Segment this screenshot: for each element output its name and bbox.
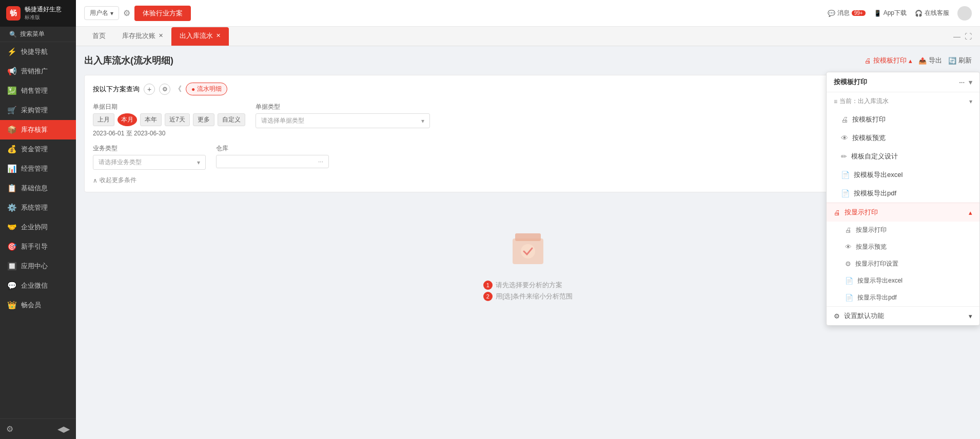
date-btn-7days[interactable]: 近7天	[165, 113, 190, 126]
export-icon: 📤	[918, 57, 927, 65]
sidebar-item-label: 新手引导	[21, 242, 48, 251]
dropdown-sub-display-preview[interactable]: 👁 按显示预览	[827, 238, 979, 255]
export-label: 导出	[929, 56, 942, 65]
refresh-btn[interactable]: 🔄 刷新	[948, 56, 972, 65]
warehouse-select[interactable]: ···	[216, 155, 329, 168]
sales-icon: 💹	[7, 86, 17, 95]
sidebar-item-operation[interactable]: 📊 经营管理	[0, 159, 76, 178]
step-text-1: 请先选择要分析的方案	[496, 281, 562, 290]
display-section-label: 按显示打印	[845, 208, 878, 217]
display-section-icon: 🖨	[834, 209, 840, 216]
settings-footer-icon[interactable]: ⚙	[6, 424, 13, 434]
svg-point-2	[521, 244, 535, 258]
topbar-settings-icon[interactable]: ⚙	[123, 8, 130, 18]
filter-tag: ● 流水明细	[186, 83, 227, 95]
date-btn-more[interactable]: 更多	[193, 113, 214, 126]
sidebar-item-label: 营销推广	[21, 67, 48, 76]
dropdown-item-template-print[interactable]: 🖨 按模板打印	[827, 110, 979, 129]
printer-icon-1: 🖨	[841, 115, 848, 124]
dropdown-item-template-custom[interactable]: ✏ 模板自定义设计	[827, 147, 979, 166]
empty-step-1: 1 请先选择要分析的方案	[483, 281, 573, 290]
preview-icon-2: 👁	[845, 243, 852, 251]
biz-type-select[interactable]: 请选择业务类型 ▾	[93, 155, 206, 170]
message-icon: 💬	[828, 10, 835, 17]
app-download-btn[interactable]: 📱 App下载	[874, 9, 907, 17]
sidebar-item-quick-nav[interactable]: ⚡ 快捷导航	[0, 42, 76, 62]
print-template-btn[interactable]: 🖨 按模板打印 ▴	[865, 56, 912, 65]
sidebar-search[interactable]: 🔍 搜索菜单	[0, 27, 76, 42]
dropdown-title: 按模板打印	[834, 77, 867, 87]
dropdown-sub-display-excel[interactable]: 📄 按显示导出excel	[827, 272, 979, 289]
sidebar-item-collab[interactable]: 🤝 企业协同	[0, 217, 76, 237]
tab-maximize-icon[interactable]: ⛶	[965, 32, 972, 41]
sidebar-item-member[interactable]: 👑 畅会员	[0, 295, 76, 315]
display-print-label: 按显示打印	[856, 226, 887, 234]
template-print-label: 按模板打印	[852, 115, 886, 124]
date-btn-last-month[interactable]: 上月	[93, 113, 114, 126]
sidebar-item-inventory[interactable]: 📦 库存核算	[0, 120, 76, 139]
dropdown-sub-display-print[interactable]: 🖨 按显示打印	[827, 222, 979, 238]
svg-rect-1	[515, 233, 541, 241]
date-btn-this-year[interactable]: 本年	[140, 113, 162, 126]
dropdown-chevron-up[interactable]: ▾	[969, 78, 972, 86]
tab-flow-close-icon[interactable]: ✕	[216, 32, 221, 39]
dropdown-item-template-preview[interactable]: 👁 按模板预览	[827, 129, 979, 147]
empty-illustration	[502, 223, 554, 274]
tab-batch-close-icon[interactable]: ✕	[159, 32, 163, 39]
user-selector[interactable]: 用户名 ▾	[84, 6, 119, 20]
sidebar-item-label: 资金管理	[21, 145, 48, 154]
filter-collapse-btn[interactable]: 《	[174, 85, 182, 94]
refresh-icon: 🔄	[948, 57, 956, 65]
dropdown-sub-display-settings[interactable]: ⚙ 按显示打印设置	[827, 255, 979, 272]
tab-home[interactable]: 首页	[84, 27, 114, 46]
sidebar-item-guide[interactable]: 🎯 新手引导	[0, 237, 76, 256]
search-label: 搜索菜单	[20, 30, 45, 38]
export-btn[interactable]: 📤 导出	[918, 56, 942, 65]
template-pdf-label: 按模板导出pdf	[854, 189, 896, 198]
filter-add-btn[interactable]: +	[144, 84, 155, 95]
tab-flow[interactable]: 出入库流水 ✕	[171, 27, 229, 46]
message-badge: 99+	[852, 10, 866, 16]
message-btn[interactable]: 💬 消息 99+	[828, 9, 866, 17]
date-btn-custom[interactable]: 自定义	[218, 113, 245, 126]
sidebar-item-finance[interactable]: 💰 资金管理	[0, 139, 76, 159]
display-section-header[interactable]: 🖨 按显示打印 ▴	[827, 203, 979, 222]
template-excel-label: 按模板导出excel	[854, 170, 903, 179]
biz-type-dropdown-icon: ▾	[197, 159, 200, 166]
page-title: 出入库流水(流水明细)	[84, 54, 173, 67]
dropdown-item-template-excel[interactable]: 📄 按模板导出excel	[827, 166, 979, 184]
user-avatar[interactable]	[957, 6, 972, 21]
tab-minimize-icon[interactable]: —	[953, 32, 961, 41]
doc-type-select[interactable]: 请选择单据类型 ▾	[256, 113, 430, 128]
sidebar-item-system[interactable]: ⚙️ 系统管理	[0, 198, 76, 217]
printer-icon-2: 🖨	[845, 226, 852, 234]
filter-title: 按以下方案查询	[93, 85, 140, 94]
sidebar-item-basic[interactable]: 📋 基础信息	[0, 178, 76, 198]
filter-settings-btn[interactable]: ⚙	[159, 84, 170, 95]
sidebar-item-app-center[interactable]: 🔲 应用中心	[0, 256, 76, 276]
print-dropdown-arrow: ▴	[909, 57, 912, 65]
sidebar-item-sales[interactable]: 💹 销售管理	[0, 81, 76, 101]
doc-type-filter-group: 单据类型 请选择单据类型 ▾	[256, 103, 430, 128]
pdf-icon-1: 📄	[841, 189, 850, 197]
dropdown-ellipsis[interactable]: ···	[959, 78, 965, 86]
sidebar-item-wechat[interactable]: 💬 企业微信	[0, 276, 76, 295]
pdf-icon-2: 📄	[845, 294, 853, 302]
sidebar-item-purchase[interactable]: 🛒 采购管理	[0, 101, 76, 120]
preview-icon-1: 👁	[841, 134, 848, 142]
sidebar-item-marketing[interactable]: 📢 营销推广	[0, 62, 76, 81]
trial-btn[interactable]: 体验行业方案	[134, 6, 191, 21]
dropdown-item-template-pdf[interactable]: 📄 按模板导出pdf	[827, 184, 979, 203]
dropdown-sub-display-pdf[interactable]: 📄 按显示导出pdf	[827, 289, 979, 306]
collapse-sidebar-icon[interactable]: ◀▶	[57, 424, 70, 434]
dropdown-footer[interactable]: ⚙ 设置默认功能 ▾	[827, 306, 979, 325]
system-icon: ⚙️	[7, 203, 17, 212]
empty-step-2: 2 用[选]条件来缩小分析范围	[483, 292, 573, 301]
tab-batch-account[interactable]: 库存批次账 ✕	[114, 27, 171, 46]
online-service-btn[interactable]: 🎧 在线客服	[915, 9, 949, 17]
doc-type-placeholder: 请选择单据类型	[261, 116, 304, 125]
topbar-right: 💬 消息 99+ 📱 App下载 🎧 在线客服	[828, 6, 972, 21]
date-btn-this-month[interactable]: 本月	[117, 113, 137, 126]
current-tag-label: 当前：出入库流水	[839, 97, 889, 106]
phone-icon: 📱	[874, 10, 881, 17]
